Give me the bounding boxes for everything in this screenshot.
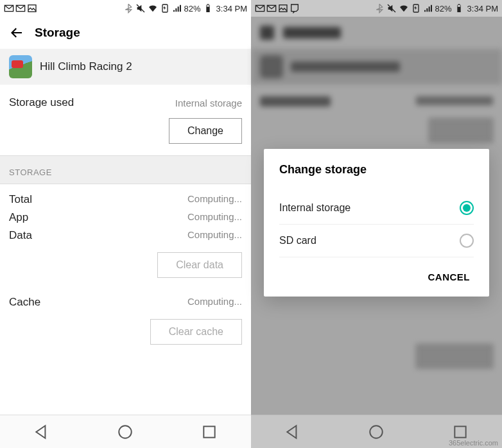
app-label: App — [9, 211, 28, 224]
cache-value: Computing... — [187, 296, 242, 309]
storage-used-row: Storage used Internal storage — [0, 85, 251, 114]
nav-recent-icon[interactable] — [201, 424, 218, 440]
app-name: Hill Climb Racing 2 — [40, 60, 132, 73]
row-total: Total Computing... — [0, 191, 251, 209]
svg-rect-9 — [203, 426, 214, 437]
wifi-icon — [399, 3, 409, 13]
app-value: Computing... — [187, 211, 242, 224]
dialog-title: Change storage — [279, 163, 474, 177]
radio-selected-icon — [460, 201, 474, 215]
total-value: Computing... — [187, 193, 242, 206]
nav-home-icon[interactable] — [368, 424, 385, 440]
bluetooth-icon — [374, 3, 385, 13]
battery-icon — [203, 3, 213, 13]
section-header-storage: STORAGE — [0, 155, 251, 184]
nav-home-icon[interactable] — [117, 424, 134, 440]
row-app: App Computing... — [0, 209, 251, 227]
change-storage-dialog: Change storage Internal storage SD card … — [264, 149, 489, 297]
app-icon — [9, 55, 32, 78]
total-label: Total — [9, 193, 32, 206]
nav-bar — [0, 415, 251, 448]
app-row[interactable]: Hill Climb Racing 2 — [0, 49, 251, 85]
status-bar: 82% 3:34 PM — [0, 0, 251, 17]
svg-rect-6 — [207, 4, 209, 4]
clock-text: 3:34 PM — [467, 4, 498, 13]
svg-rect-19 — [454, 426, 465, 437]
back-icon[interactable] — [9, 25, 24, 40]
battery-percent: 82% — [184, 4, 201, 13]
data-value: Computing... — [187, 229, 242, 242]
storage-used-value: Internal storage — [175, 98, 242, 108]
radio-unselected-icon — [460, 234, 474, 248]
nav-recent-icon[interactable] — [452, 424, 469, 440]
svg-point-8 — [119, 426, 132, 438]
image-icon — [27, 3, 37, 13]
status-bar: 82% 3:34 PM — [251, 0, 502, 17]
cache-label: Cache — [9, 296, 40, 309]
gmail-icon — [15, 3, 26, 13]
data-icon — [160, 3, 170, 13]
cancel-button[interactable]: CANCEL — [424, 266, 474, 288]
nav-back-icon[interactable] — [33, 424, 50, 440]
clear-cache-button[interactable]: Clear cache — [150, 319, 242, 345]
mute-icon — [135, 3, 146, 13]
gmail-icon — [4, 3, 14, 13]
gmail-icon — [266, 3, 277, 13]
svg-point-18 — [370, 426, 383, 438]
bluetooth-icon — [123, 3, 134, 13]
page-title: Storage — [35, 26, 80, 40]
data-label: Data — [9, 229, 32, 242]
signal-icon — [172, 3, 182, 13]
battery-percent: 82% — [435, 4, 452, 13]
option-sd-card[interactable]: SD card — [279, 225, 474, 257]
phone-right: 82% 3:34 PM Change storage Internal stor… — [251, 0, 502, 448]
option-label: Internal storage — [279, 202, 351, 214]
title-bar: Storage — [0, 17, 251, 49]
svg-rect-7 — [207, 5, 209, 6]
nav-back-icon[interactable] — [284, 424, 301, 440]
signal-icon — [423, 3, 433, 13]
svg-rect-17 — [458, 5, 460, 6]
phone-left: 82% 3:34 PM Storage Hill Climb Racing 2 … — [0, 0, 251, 448]
row-data: Data Computing... — [0, 227, 251, 245]
row-cache: Cache Computing... — [0, 293, 251, 311]
twitch-icon — [290, 3, 300, 13]
option-internal-storage[interactable]: Internal storage — [279, 192, 474, 225]
watermark-text: 365electric.com — [449, 439, 498, 447]
gmail-icon — [255, 3, 265, 13]
data-icon — [411, 3, 421, 13]
clear-data-button[interactable]: Clear data — [157, 252, 242, 278]
option-label: SD card — [279, 235, 316, 246]
wifi-icon — [148, 3, 158, 13]
battery-icon — [454, 3, 464, 13]
mute-icon — [386, 3, 397, 13]
storage-used-label: Storage used — [9, 96, 74, 109]
change-button[interactable]: Change — [169, 118, 242, 144]
image-icon — [278, 3, 288, 13]
clock-text: 3:34 PM — [216, 4, 247, 13]
svg-rect-16 — [458, 4, 460, 4]
